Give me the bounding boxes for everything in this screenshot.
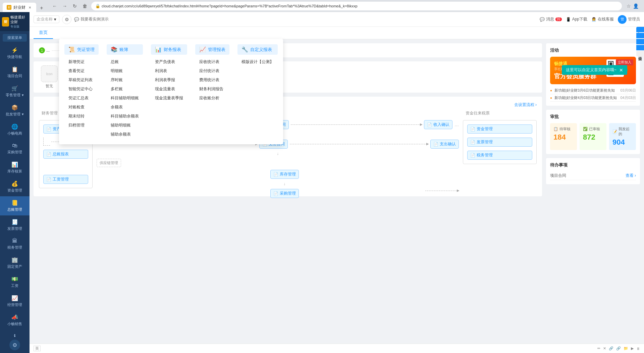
address-bar[interactable]: 🔒 cloud.chanjet.com/cc/u6d89qwnryel/57bf… xyxy=(91,2,622,10)
step-1-label: ... xyxy=(46,48,50,53)
todo-link-1[interactable]: 查看 › xyxy=(626,173,636,179)
sidebar-item-wholesale[interactable]: 📦 批发管理 ▾ xyxy=(0,101,30,120)
folder-icon[interactable]: 📁 xyxy=(624,346,628,351)
flow-income-confirm[interactable]: 📄 收入确认 xyxy=(424,120,452,129)
menu-item-payable-stat[interactable]: 应付统计表 xyxy=(195,66,229,75)
menu-item-balance-sheet[interactable]: 资产负债表 xyxy=(151,57,187,66)
menu-item-subject-aux-balance[interactable]: 科目辅助余额表 xyxy=(107,112,143,121)
flow-purchase-mgmt[interactable]: 📄 采购管理 xyxy=(270,189,299,198)
message-icon: 💬 xyxy=(540,17,545,22)
delete-button[interactable]: 🗑 xyxy=(80,2,89,10)
menu-item-period-end[interactable]: 期末结转 xyxy=(64,112,99,121)
menu-item-receivable-stat[interactable]: 应收统计表 xyxy=(195,57,229,66)
sidebar-item-retail[interactable]: 🛒 零售管理 ▾ xyxy=(0,82,30,101)
menu-item-cashflow-quarterly[interactable]: 现金流量表季报 xyxy=(151,94,187,103)
menu-item-balance-table[interactable]: 余额表 xyxy=(107,103,143,112)
sidebar-item-inventory[interactable]: 📊 库存核算 xyxy=(0,158,30,177)
link-icon-2[interactable]: 🔗 xyxy=(616,346,621,351)
menu-item-reconcile[interactable]: 对账检查 xyxy=(64,103,99,112)
menu-item-financial-profit-report[interactable]: 财务利润报告 xyxy=(195,85,229,94)
sidebar-search-button[interactable]: 搜索菜单 xyxy=(3,34,27,42)
flow-salary-mgmt[interactable]: 📄 工资管理 xyxy=(43,175,88,184)
approve-card-pending[interactable]: 📋 待审核 184 xyxy=(550,123,577,150)
menu-item-receivable-analysis[interactable]: 应收账分析 xyxy=(195,94,229,103)
sidebar-item-salary[interactable]: 💵 工资 xyxy=(0,272,30,292)
menu-header-voucher: 📜 凭证管理 xyxy=(64,44,99,55)
play-icon[interactable]: ▶ xyxy=(631,346,634,351)
flow-invoice-mgmt[interactable]: 📄 发票管理 xyxy=(467,138,532,147)
join-group-button[interactable]: 立即加入 xyxy=(616,59,633,65)
sidebar-settings-button[interactable]: ⚙ xyxy=(9,340,20,350)
message-button[interactable]: 💬 消息 99 xyxy=(540,16,562,22)
sidebar-item-basic-info[interactable]: ℹ 基础信息 xyxy=(0,330,30,337)
news-item-2[interactable]: ● 新功能|好业财4月03日功能更新抢先知 04月03日 xyxy=(550,94,636,102)
user-area[interactable]: 管 管理员 xyxy=(618,15,640,24)
flow-ledger-report[interactable]: 📄 总账报表 xyxy=(43,150,88,159)
flow-expense-confirm[interactable]: 📄 支出确认 xyxy=(430,140,459,149)
sidebar-item-purchase[interactable]: 🛍 采购管理 xyxy=(0,139,30,158)
service-community-button[interactable]: 服务社区 xyxy=(636,45,644,50)
profile-icon[interactable]: 👤 xyxy=(633,3,639,9)
sidebar-item-capital[interactable]: 💰 资金管理 xyxy=(0,177,30,196)
menu-item-cashflow[interactable]: 现金流量表 xyxy=(151,85,187,94)
header-settings-button[interactable]: ⚙ xyxy=(62,15,71,24)
menu-item-expense-stat[interactable]: 费用统计表 xyxy=(195,75,229,85)
approve-card-approved[interactable]: ✅ 已审核 872 xyxy=(580,123,606,150)
sidebar-item-operations[interactable]: 📈 经营管理 xyxy=(0,292,30,311)
menu-item-aux-detail[interactable]: 辅助明细账 xyxy=(107,121,143,130)
sidebar-item-ecommerce[interactable]: 🌐 小畅电商 xyxy=(0,120,30,139)
link-icon-1[interactable]: 🔗 xyxy=(609,346,613,351)
reload-button[interactable]: ↻ xyxy=(70,2,79,10)
menu-item-template-design[interactable]: 模版设计【公测】 xyxy=(237,57,278,66)
quick-icon-1[interactable]: Icon 暂无 xyxy=(38,65,61,89)
sidebar-item-quick-nav[interactable]: ⚡ 快捷导航 xyxy=(0,44,30,63)
menu-item-view-voucher[interactable]: 查看凭证 xyxy=(64,66,99,75)
menu-item-general-ledger[interactable]: 总账 xyxy=(107,57,143,66)
menu-item-draft-voucher[interactable]: 草稿凭证列表 xyxy=(64,75,99,85)
menu-item-detail-ledger[interactable]: 明细账 xyxy=(107,66,143,75)
set-flow-link[interactable]: 去设置流程 › xyxy=(514,102,537,108)
tab-home[interactable]: 首页 xyxy=(34,27,53,39)
online-service-button[interactable]: 👩‍💼 在线客服 xyxy=(591,16,614,22)
menu-item-add-voucher[interactable]: 新增凭证 xyxy=(64,57,99,66)
approve-card-issued[interactable]: 📝 我发起的 904 xyxy=(609,123,636,150)
menu-item-aux-balance[interactable]: 辅助余额表 xyxy=(107,130,143,139)
sidebar-item-label: 总账管理 xyxy=(7,207,22,212)
help-center-button[interactable]: 帮助中心 xyxy=(636,33,644,38)
forward-button[interactable]: → xyxy=(60,2,69,10)
bookmark-icon[interactable]: ☆ xyxy=(627,3,631,9)
menu-item-archive[interactable]: 归档管理 xyxy=(64,121,99,130)
app-download-button[interactable]: 📱 App下载 xyxy=(566,16,587,22)
edit-icon[interactable]: ✏ xyxy=(597,346,600,351)
sidebar-item-sales[interactable]: 📣 小畅销售 xyxy=(0,311,30,330)
flow-inventory-mgmt[interactable]: 📄 库存管理 xyxy=(270,170,299,179)
menu-item-subject-aux-detail[interactable]: 科目辅助明细账 xyxy=(107,94,143,103)
tooltip-close-button[interactable]: ✕ xyxy=(619,67,623,73)
menu-item-profit-loss-quarterly[interactable]: 利润表季报 xyxy=(151,75,187,85)
news-item-1[interactable]: ● 新功能|好业财3月6日功能更新抢先知 03月06日 xyxy=(550,87,636,94)
active-tab[interactable]: 财 好业财 ✕ xyxy=(3,3,36,12)
homepage-settings-button[interactable]: 首页设置 xyxy=(636,27,644,32)
menu-item-multi-col-ledger[interactable]: 多栏账 xyxy=(107,85,143,94)
menu-item-smart-voucher[interactable]: 智能凭证中心 xyxy=(64,85,99,94)
new-tab-button[interactable]: + xyxy=(38,4,46,12)
flow-capital-mgmt-right[interactable]: 📄 资金管理 xyxy=(467,124,532,134)
menu-item-profit-loss[interactable]: 利润表 xyxy=(151,66,187,75)
sidebar-item-project-contract[interactable]: 📋 项目合同 xyxy=(0,63,30,82)
sidebar-item-tax[interactable]: 🏛 税务管理 xyxy=(0,235,30,253)
menu-item-voucher-summary[interactable]: 凭证汇总表 xyxy=(64,94,99,103)
sidebar-item-fixed-assets[interactable]: 🏢 固定资产 xyxy=(0,253,30,272)
close-status-icon[interactable]: ✕ xyxy=(603,346,606,351)
back-button[interactable]: ← xyxy=(50,2,59,10)
lang-label[interactable]: 英 xyxy=(34,346,41,351)
customer-hotline-button[interactable]: 客服热线 xyxy=(636,39,644,44)
tab-close-button[interactable]: ✕ xyxy=(28,5,32,10)
menu-item-sequential-ledger[interactable]: 序时账 xyxy=(107,75,143,85)
org-selector[interactable]: 企业名称 ▾ xyxy=(34,15,59,23)
sidebar-item-ledger[interactable]: 📒 总账管理 xyxy=(0,196,30,215)
sidebar-item-invoice[interactable]: 🧾 发票管理 xyxy=(0,215,30,235)
flow-tax-mgmt[interactable]: 📄 税务管理 xyxy=(467,151,532,160)
pause-icon[interactable]: ⏸ xyxy=(636,347,640,351)
demo-button[interactable]: 💬 我要看实例演示 xyxy=(74,16,109,22)
desktop-shortcut-button[interactable]: 桌面快捷 xyxy=(636,51,644,56)
